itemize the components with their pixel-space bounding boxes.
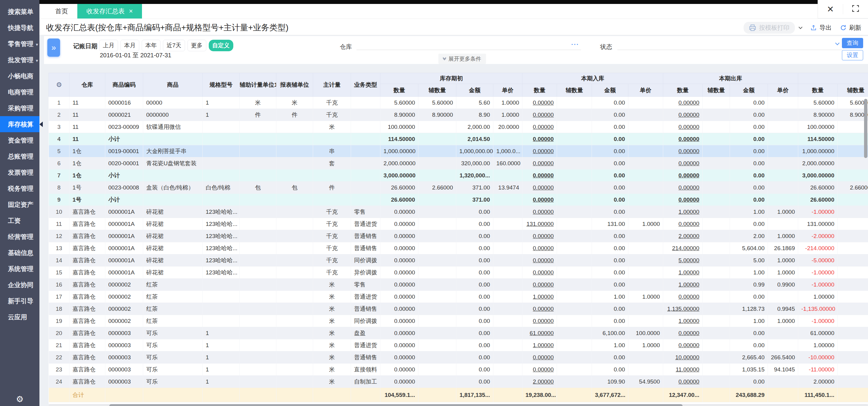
sidebar-item[interactable]: 小畅电商 (0, 68, 39, 84)
print-by-template-button[interactable]: 按模板打印 (744, 22, 795, 34)
close-tab-icon[interactable]: × (129, 8, 133, 14)
table-row[interactable]: 18嘉言路仓0000002红茶米普通销售0.000000.000.000000.… (49, 303, 868, 315)
table-row[interactable]: 411小计114.500002,014.500.000000.000.00000… (49, 133, 868, 145)
status-dropdown-chevron-icon[interactable] (835, 41, 839, 45)
table-row[interactable]: 211000002100000001件件千克8.900008.900008.90… (49, 109, 868, 121)
sidebar-item[interactable]: 新手引导 (0, 293, 39, 309)
table-row[interactable]: 19嘉言路仓0000002红茶米同价调拨0.000000.000.000000.… (49, 315, 868, 327)
cell-in_qty[interactable]: 0.00000 (522, 206, 557, 218)
cell-in_qty[interactable]: 0.00000 (522, 145, 557, 157)
cell-in_qty[interactable]: 0.00000 (522, 133, 557, 145)
date-pill[interactable]: 上月 (99, 40, 118, 51)
cell-out_qty[interactable]: 1.00000 (663, 315, 703, 327)
table-row[interactable]: 12嘉言路仓0000001A碎花裙123哈哈哈...千克普通销售0.000000… (49, 230, 868, 242)
tab[interactable]: 首页 (46, 4, 78, 19)
cell-out_qty[interactable]: 0.00000 (663, 182, 703, 194)
print-dropdown-chevron-icon[interactable] (799, 25, 803, 29)
date-pill[interactable]: 更多 (187, 40, 206, 51)
export-button[interactable]: 导出 (810, 24, 832, 32)
cell-in_qty[interactable]: 0.00000 (522, 109, 557, 121)
table-row[interactable]: 17嘉言路仓0000002红茶米普通进货0.000000.001.000001.… (49, 291, 868, 303)
cell-in_qty[interactable]: 131.00000 (522, 218, 557, 230)
close-window-icon[interactable]: ✕ (827, 4, 834, 14)
sidebar-item[interactable]: 基础信息 (0, 245, 39, 261)
tab-active[interactable]: 收发存汇总表× (78, 4, 142, 19)
cell-out_qty[interactable]: 0.00000 (663, 291, 703, 303)
cell-out_qty[interactable]: 0.00000 (663, 97, 703, 109)
table-row[interactable]: 10嘉言路仓0000001A碎花裙123哈哈哈...千克零售0.000000.0… (49, 206, 868, 218)
cell-in_qty[interactable]: 0.00000 (522, 121, 557, 133)
cell-in_qty[interactable]: 0.00000 (522, 157, 557, 169)
cell-out_qty[interactable]: 214.00000 (663, 242, 703, 255)
table-row[interactable]: 51仓0019-00001大金刚菩提手串串1,000.000001,000,00… (49, 145, 868, 157)
sidebar-item[interactable]: 资金管理 (0, 132, 39, 148)
sidebar-item[interactable]: 工资 (0, 212, 39, 229)
cell-out_qty[interactable]: 1.00000 (663, 206, 703, 218)
cell-out_qty[interactable]: 1.00000 (663, 279, 703, 291)
sidebar-item[interactable]: 税务管理 (0, 180, 39, 197)
warehouse-input[interactable]: ··· (356, 38, 581, 50)
cell-out_qty[interactable]: 0.00000 (663, 121, 703, 133)
date-pill[interactable]: 本年 (142, 40, 160, 51)
table-row[interactable]: 24嘉言路仓0000003可乐1米自制加工0.000000.002.000001… (49, 376, 868, 388)
table-row[interactable]: 22嘉言路仓0000003可乐1米普通销售0.000000.000.000000… (49, 351, 868, 364)
table-row[interactable]: 21嘉言路仓0000003可乐1米普通进货0.000000.001.000001… (49, 339, 868, 351)
cell-out_qty[interactable]: 5.00000 (663, 255, 703, 267)
sidebar-item[interactable]: 批发管理▾ (0, 52, 39, 68)
sidebar-item[interactable]: 电商管理 (0, 84, 39, 100)
table-row[interactable]: 13嘉言路仓0000001A碎花裙123哈哈哈...千克普通销售0.000000… (49, 242, 868, 255)
expand-more-conditions-button[interactable]: 展开更多条件 (438, 54, 486, 64)
cell-out_qty[interactable]: 10.00000 (663, 351, 703, 364)
horizontal-scrollbar-thumb[interactable] (109, 404, 683, 406)
date-range-value[interactable]: 2016-01-01 至 2021-07-31 (100, 51, 172, 60)
cell-out_qty[interactable]: 0.00000 (663, 194, 703, 206)
cell-in_qty[interactable]: 0.00000 (522, 279, 557, 291)
horizontal-scrollbar-track[interactable] (49, 404, 868, 406)
table-row[interactable]: 81号0023-00008盒装（白色/纯棉）白色/纯棉包包件26.600002.… (49, 182, 868, 194)
cell-out_qty[interactable]: 11.00000 (663, 364, 703, 376)
column-settings-gear-icon[interactable]: ⚙ (56, 81, 62, 89)
cell-in_qty[interactable]: 0.00000 (522, 194, 557, 206)
cell-in_qty[interactable]: 1.00000 (522, 339, 557, 351)
cell-in_qty[interactable]: 0.00000 (522, 255, 557, 267)
date-pill[interactable]: 本月 (120, 40, 139, 51)
cell-out_qty[interactable]: 0.00000 (663, 109, 703, 121)
sidebar-item[interactable]: 零售管理▾ (0, 36, 39, 52)
warehouse-picker-ellipsis-icon[interactable]: ··· (571, 41, 579, 48)
cell-in_qty[interactable]: 61.00000 (522, 327, 557, 339)
sidebar-item[interactable]: 固定资产 (0, 197, 39, 212)
table-row[interactable]: 23嘉言路仓0000003可乐1米直接领料0.000000.000.000000… (49, 364, 868, 376)
table-row[interactable]: 91号小计26.60000371.000.000000.000.000000.0… (49, 194, 868, 206)
sidebar-item[interactable]: 系统管理 (0, 261, 39, 277)
cell-in_qty[interactable]: 0.00000 (522, 364, 557, 376)
cell-out_qty[interactable]: 0.00000 (663, 376, 703, 388)
sidebar-item[interactable]: 采购管理 (0, 100, 39, 116)
table-row[interactable]: 61仓0020-00001青花瓷U盘钢笔套装套2,000.00000320,00… (49, 157, 868, 169)
sidebar-item[interactable]: 库存核算 (0, 116, 39, 132)
sidebar-item[interactable]: 发票管理 (0, 164, 39, 180)
table-row[interactable]: 20嘉言路仓0000003可乐1米盘盈0.000000.0061.000006,… (49, 327, 868, 339)
cell-out_qty[interactable]: 2.00000 (663, 230, 703, 242)
cell-in_qty[interactable]: 0.00000 (522, 315, 557, 327)
cell-in_qty[interactable]: 1.00000 (522, 291, 557, 303)
cell-in_qty[interactable]: 0.00000 (522, 182, 557, 194)
sidebar-item[interactable]: 快捷导航 (0, 20, 39, 36)
cell-in_qty[interactable]: 2.00000 (522, 376, 557, 388)
date-pill-custom[interactable]: 自定义 (209, 40, 233, 51)
cell-in_qty[interactable]: 0.00000 (522, 303, 557, 315)
table-row[interactable]: 1110000016000001米米千克5.600005.600005.601.… (49, 97, 868, 109)
cell-out_qty[interactable]: 1,135.00000 (663, 303, 703, 315)
table-row[interactable]: 3110023-00009软碟通用微信米100.000002,000.0020.… (49, 121, 868, 133)
table-row[interactable]: 11嘉言路仓0000001A碎花裙123哈哈哈...千克普通进货0.000000… (49, 218, 868, 230)
sidebar-item[interactable]: 总账管理 (0, 148, 39, 164)
sidebar-settings-gear-icon[interactable]: ⚙ (0, 394, 39, 404)
cell-in_qty[interactable]: 0.00000 (522, 169, 557, 182)
table-row[interactable]: 15嘉言路仓0000001A碎花裙123哈哈哈...千克异价调拨0.000000… (49, 267, 868, 279)
sidebar-item[interactable]: 企业协同 (0, 277, 39, 293)
cell-out_qty[interactable]: 0.00000 (663, 218, 703, 230)
status-select[interactable] (617, 38, 842, 50)
cell-out_qty[interactable]: 1.00000 (663, 267, 703, 279)
sidebar-item[interactable]: 搜索菜单 (0, 4, 39, 20)
refresh-button[interactable]: 刷新 (840, 24, 861, 32)
table-row[interactable]: 14嘉言路仓0000001A碎花裙123哈哈哈...千克同价调拨0.000000… (49, 255, 868, 267)
